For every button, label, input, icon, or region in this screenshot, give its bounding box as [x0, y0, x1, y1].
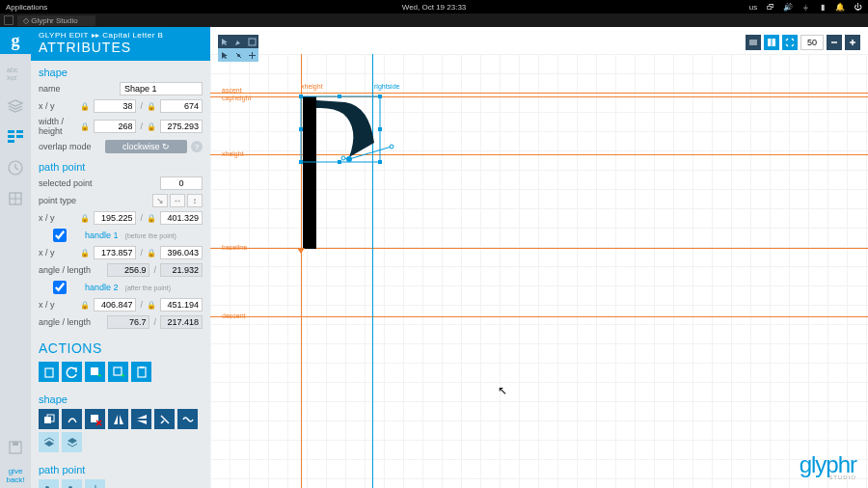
tool-pen[interactable] — [231, 35, 245, 48]
svg-rect-44 — [378, 160, 382, 164]
add-shape-action[interactable]: + — [85, 362, 105, 382]
h2-y-input[interactable] — [160, 298, 203, 312]
lock-y-icon[interactable]: 🔒 — [147, 102, 156, 111]
keyboard-indicator[interactable]: us — [748, 3, 758, 12]
selected-point-input[interactable] — [160, 176, 203, 190]
svg-text:+: + — [121, 371, 125, 379]
lock-h2y-icon[interactable]: 🔒 — [147, 301, 156, 310]
lock-x-icon[interactable]: 🔒 — [80, 102, 90, 111]
breadcrumb: GLYPH EDIT ▸▸ Capital Letter B — [39, 31, 203, 40]
shape-front[interactable] — [39, 432, 59, 452]
rail-save-icon[interactable] — [4, 436, 27, 459]
point-delete[interactable] — [62, 479, 82, 488]
volume-icon[interactable]: 🔊 — [783, 3, 793, 12]
point-type-label: point type — [39, 196, 149, 205]
tool-shape[interactable] — [245, 35, 258, 48]
canvas-area[interactable]: xheight rightside ascent capheight xheig… — [210, 27, 868, 488]
shape-rotate[interactable] — [154, 409, 175, 429]
point-add[interactable]: + — [39, 479, 59, 488]
tool-pathedit[interactable] — [231, 48, 245, 62]
help-icon[interactable]: ? — [191, 141, 203, 152]
point-y-input[interactable] — [160, 211, 203, 225]
glyphr-logo[interactable]: g — [0, 27, 31, 54]
name-label: name — [39, 84, 116, 94]
point-type-flat[interactable]: ↔ — [170, 194, 185, 207]
browser-button[interactable] — [4, 15, 14, 25]
view-split[interactable] — [764, 35, 779, 50]
h2-al-label: angle / length — [39, 317, 103, 327]
rail-guides-icon[interactable] — [4, 187, 27, 210]
glyph-shape[interactable] — [210, 27, 868, 488]
point-x-input[interactable] — [94, 211, 136, 225]
give-back-link[interactable]: give back! — [0, 463, 31, 488]
undo-action[interactable] — [62, 362, 82, 382]
overlap-mode-button[interactable]: clockwise ↻ — [105, 140, 187, 153]
h2-x-input[interactable] — [94, 298, 136, 312]
power-icon[interactable]: ⏻ — [853, 3, 862, 12]
shape-y-input[interactable] — [160, 99, 203, 113]
zoom-in[interactable] — [845, 35, 860, 50]
rail-glyphs-icon[interactable]: abcxyz — [4, 58, 27, 87]
shape-fliph[interactable] — [108, 409, 128, 429]
shape-h-input[interactable] — [160, 120, 203, 133]
h1-angle-input[interactable] — [107, 263, 149, 277]
applications-menu[interactable]: Applications — [6, 3, 47, 12]
rail-layers-icon[interactable] — [4, 95, 27, 118]
lock-h1x-icon[interactable]: 🔒 — [80, 249, 90, 258]
shape-xy-label: x / y — [39, 101, 76, 111]
handle2-checkbox[interactable] — [39, 281, 81, 294]
zoom-out[interactable] — [827, 35, 842, 50]
shape-back[interactable] — [62, 432, 82, 452]
shape-copy[interactable] — [39, 409, 59, 429]
svg-rect-57 — [773, 39, 776, 46]
zoom-value[interactable]: 50 — [800, 35, 824, 50]
lock-h-icon[interactable]: 🔒 — [147, 122, 156, 131]
view-full[interactable] — [782, 35, 798, 50]
svg-rect-42 — [299, 160, 303, 164]
handle1-checkbox[interactable] — [39, 229, 81, 242]
rail-history-icon[interactable] — [4, 156, 27, 179]
h2-length-input[interactable] — [160, 315, 203, 329]
svg-rect-5 — [16, 135, 23, 138]
notify-icon[interactable]: 🔔 — [835, 3, 845, 12]
paste-action[interactable] — [131, 362, 151, 382]
shape-w-input[interactable] — [94, 120, 136, 133]
lock-py-icon[interactable]: 🔒 — [147, 214, 156, 223]
svg-rect-2 — [8, 130, 14, 133]
point-type-corner[interactable]: ↘ — [152, 194, 168, 207]
point-reset[interactable] — [85, 479, 105, 488]
attributes-panel: GLYPH EDIT ▸▸ Capital Letter B ATTRIBUTE… — [31, 27, 210, 488]
shape-wh-label: width / height — [39, 117, 76, 136]
shape-delete[interactable] — [85, 409, 105, 429]
actions-title: ACTIONS — [31, 331, 210, 360]
rail-attributes-icon[interactable] — [4, 125, 27, 149]
shape-combine[interactable] — [177, 409, 198, 429]
view-context[interactable] — [746, 35, 761, 50]
add-path-action[interactable]: + — [108, 362, 128, 382]
network-icon[interactable]: 🗗 — [766, 3, 775, 12]
tool-arrow[interactable] — [218, 35, 231, 48]
h1-x-input[interactable] — [94, 246, 136, 259]
lock-w-icon[interactable]: 🔒 — [80, 122, 90, 131]
os-datetime[interactable]: Wed, Oct 19 23:33 — [402, 3, 467, 12]
h1-y-input[interactable] — [160, 246, 203, 259]
lock-h1y-icon[interactable]: 🔒 — [147, 249, 156, 258]
browser-tab[interactable]: ◇ Glyphr Studio — [17, 15, 95, 26]
tool-pan[interactable] — [245, 48, 258, 62]
overlap-label: overlap mode — [39, 142, 101, 151]
h1-al-label: angle / length — [39, 265, 103, 275]
battery-icon[interactable]: ▮ — [818, 3, 827, 12]
copy-action[interactable] — [39, 362, 59, 382]
wifi-icon[interactable]: ⏚ — [800, 3, 810, 12]
selected-point-label: selected point — [39, 178, 156, 188]
shape-name-input[interactable] — [120, 82, 203, 95]
tool-pointer[interactable] — [218, 48, 231, 62]
lock-h2x-icon[interactable]: 🔒 — [80, 301, 90, 310]
shape-x-input[interactable] — [94, 99, 136, 113]
h2-angle-input[interactable] — [107, 315, 149, 329]
point-type-symmetric[interactable]: ↕ — [187, 194, 203, 207]
lock-px-icon[interactable]: 🔒 — [80, 214, 90, 223]
h1-length-input[interactable] — [160, 263, 203, 277]
shape-flipv[interactable] — [131, 409, 151, 429]
shape-reverse[interactable] — [62, 409, 82, 429]
